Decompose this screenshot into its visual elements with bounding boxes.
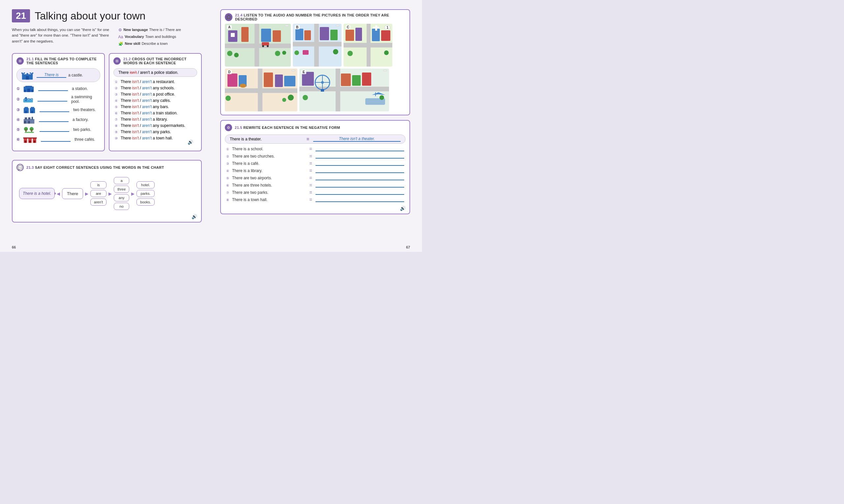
map-num-b	[336, 25, 340, 26]
castle-icon	[21, 71, 33, 80]
svg-rect-5	[21, 73, 23, 74]
map-label-c: C	[345, 25, 351, 29]
svg-rect-12	[32, 90, 33, 92]
svg-point-51	[227, 51, 232, 56]
fill-row-3: ③ two theaters.	[17, 106, 100, 114]
fill-rest-4: a factory.	[73, 118, 88, 122]
rewrite-sentence-6: There are three hotels.	[232, 183, 306, 187]
svg-rect-83	[284, 76, 295, 86]
svg-rect-28	[24, 121, 26, 124]
map-photo-c: C 1	[343, 24, 392, 67]
rewrite-eq-4: =	[309, 168, 312, 174]
town-map-area: A	[225, 24, 406, 67]
section-21-3-header: 💬 21.3 SAY EIGHT CORRECT SENTENCES USING…	[17, 164, 197, 171]
map-svg-d	[225, 69, 298, 111]
svg-rect-81	[264, 73, 273, 87]
fill-line-2[interactable]	[38, 97, 67, 102]
svg-rect-8	[32, 73, 33, 74]
svg-rect-59	[314, 24, 319, 67]
station-icon	[23, 85, 34, 93]
fill-example-row: There is a castle.	[17, 68, 100, 82]
svg-rect-69	[345, 30, 354, 41]
svg-rect-25	[25, 118, 27, 120]
fill-rest-1: a station.	[72, 86, 88, 91]
svg-point-52	[234, 53, 239, 57]
fill-line-6[interactable]	[41, 137, 71, 142]
crossout-example: There isn't / aren't a police station.	[113, 68, 197, 77]
rewrite-line-3[interactable]	[316, 161, 404, 166]
section-21-4-title: 21.4 LISTEN TO THE AUDIO AND NUMBER THE …	[235, 13, 406, 21]
svg-rect-45	[254, 24, 259, 67]
svg-point-75	[347, 51, 353, 56]
page-number-left: 66	[12, 245, 16, 249]
rewrite-line-5[interactable]	[316, 176, 404, 180]
fill-line-4[interactable]	[39, 118, 69, 122]
section-21-2-header: ⚙ 21.2 CROSS OUT THE INCORRECT WORDS IN …	[113, 57, 197, 65]
speaker-icon-21-3: 🔊	[192, 214, 197, 219]
rewrite-row-2: ② There are two churches. =	[225, 154, 406, 159]
is-are-node: is are aren't	[90, 181, 107, 206]
section-21-5: ⚙ 21.5 REWRITE EACH SENTENCE IN THE NEGA…	[220, 120, 410, 214]
rewrite-eq-7: =	[309, 190, 312, 195]
crossout-row-6: ⑥ There isn't / aren't a train station.	[113, 111, 197, 115]
page-title: Talking about your town	[35, 10, 145, 22]
correct-arent: aren't	[140, 70, 150, 75]
fill-rest-3: two theaters.	[73, 107, 96, 112]
svg-rect-22	[25, 111, 27, 113]
svg-rect-74	[373, 27, 379, 29]
section-21-3: 💬 21.3 SAY EIGHT CORRECT SENTENCES USING…	[12, 160, 202, 222]
pool-icon	[23, 95, 33, 103]
svg-rect-61	[304, 30, 311, 40]
svg-rect-63	[330, 30, 338, 40]
fill-row-2: ② a swimming pool.	[17, 95, 100, 104]
fill-row-5: ⑤ two parks.	[17, 126, 100, 133]
noun-node: hotel. parks. books.	[137, 181, 154, 206]
svg-point-85	[226, 95, 231, 101]
rewrite-sentence-1: There is a school.	[232, 147, 306, 151]
map-num-a	[285, 25, 289, 26]
rewrite-line-1[interactable]	[316, 147, 404, 151]
svg-rect-23	[31, 111, 33, 113]
rewrite-line-8[interactable]	[316, 197, 404, 202]
svg-rect-29	[28, 121, 30, 124]
crossout-row-3: ③ There isn't / aren't a post office.	[113, 92, 197, 96]
fill-line-3[interactable]	[39, 107, 69, 112]
gear-icon-21-2: ⚙	[113, 57, 121, 65]
fill-rest-5: two parks.	[73, 127, 91, 132]
map-svg-e	[299, 69, 389, 111]
svg-rect-88	[299, 87, 389, 91]
section-21-4: 🎧 21.4 LISTEN TO THE AUDIO AND NUMBER TH…	[220, 9, 410, 115]
rewrite-line-6[interactable]	[316, 183, 404, 187]
skill-icon: 🧩	[118, 41, 123, 47]
svg-rect-40	[32, 138, 37, 139]
rewrite-line-2[interactable]	[316, 154, 404, 159]
svg-point-56	[262, 45, 264, 47]
svg-rect-4	[26, 76, 29, 80]
svg-rect-31	[25, 129, 26, 132]
rewrite-line-4[interactable]	[316, 168, 404, 173]
chapter-number: 21	[12, 9, 30, 22]
there-node: There	[62, 188, 83, 199]
section-21-1: ⚙ 21.1 FILL IN THE GAPS TO COMPLETE THE …	[12, 53, 105, 151]
map-num-c: 1	[384, 25, 390, 30]
svg-point-84	[240, 84, 246, 88]
vocab-value: Town and buildings	[145, 34, 176, 39]
rewrite-example: There is a theater. = There isn't a thea…	[225, 134, 406, 144]
quantifier-node: a three any no	[114, 177, 129, 210]
fill-line-1[interactable]	[38, 86, 68, 91]
svg-point-102	[379, 95, 384, 100]
fill-row-1: ① a station.	[17, 85, 100, 93]
rewrite-line-7[interactable]	[316, 190, 404, 195]
fill-line-5[interactable]	[39, 127, 69, 132]
crossout-row-8: ⑧ There isn't / aren't any supermarkets.	[113, 123, 197, 128]
svg-point-76	[384, 50, 389, 55]
map-photo-d: D	[225, 69, 298, 111]
fill-row-6: ⑥ three cafés.	[17, 136, 100, 143]
skill-label: New skill	[125, 41, 141, 47]
map-photo-e: E	[299, 69, 389, 111]
section-21-5-title: 21.5 REWRITE EACH SENTENCE IN THE NEGATI…	[235, 126, 340, 129]
map-label-d: D	[227, 70, 232, 74]
svg-point-15	[25, 97, 27, 99]
language-value: There is / There are	[149, 27, 181, 33]
map-svg-b	[293, 24, 342, 67]
